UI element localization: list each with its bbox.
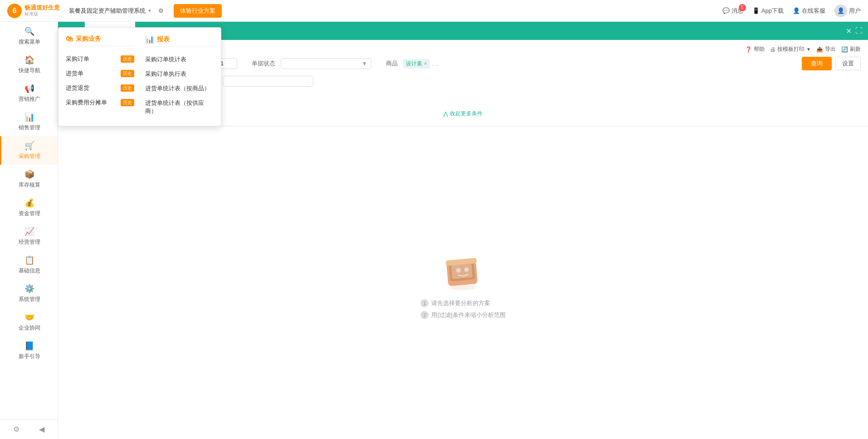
user-area[interactable]: 👤 用户 [834, 5, 861, 17]
sidebar-item-finance[interactable]: 💰 资金管理 [0, 193, 58, 222]
sales-icon: 📊 [24, 112, 34, 122]
sidebar-item-marketing[interactable]: 📢 营销推广 [0, 79, 58, 108]
print-btn[interactable]: 🖨 按模板打印 ▼ [770, 45, 811, 53]
product-tag-close[interactable]: × [424, 60, 427, 67]
finance-icon: 💰 [24, 198, 34, 208]
menu-item-order-stats[interactable]: 采购订单统计表 [145, 52, 214, 67]
help-btn[interactable]: ❓ 帮助 [745, 45, 765, 53]
sidebar-bottom: ⚙ ◀ [0, 419, 58, 439]
product-more[interactable]: ... [432, 60, 439, 67]
history-badge-0: 历史 [121, 55, 134, 63]
sidebar-collapse-btn[interactable]: ◀ [39, 425, 44, 434]
empty-step1: 1 请先选择要分析的方案 [420, 299, 505, 307]
top-bar: 6 畅通道好生意 标准版 装餐及固定资产辅助管理系统 ▼ ⚙ 体验行业方案 💬 … [0, 0, 868, 22]
menu-item-order-exec[interactable]: 采购订单执行表 [145, 67, 214, 81]
sidebar-item-search[interactable]: 🔍 搜索菜单 [0, 22, 58, 50]
industry-btn[interactable]: 体验行业方案 [174, 4, 222, 18]
message-badge: 5 [739, 4, 746, 11]
collapse-chevron-icon: ⋀ [444, 111, 448, 117]
purchase-business-section: 🛍 采购业务 采购订单 历史 进货单 历史 进货退货 历史 采购费用分摊单 历史 [66, 35, 134, 118]
reports-title: 📊 报表 [145, 35, 214, 47]
refresh-icon: 🔄 [841, 46, 848, 53]
settings-button[interactable]: 设置 [835, 57, 861, 70]
guide-icon: 📘 [24, 341, 34, 351]
query-button[interactable]: 查询 [802, 57, 832, 70]
product-filter: 设计素 × ... [403, 59, 439, 69]
logo-icon: 6 [7, 4, 22, 18]
inventory-icon: 📦 [24, 169, 34, 179]
empty-text: 1 请先选择要分析的方案 2 用[过滤]条件来缩小分析范围 [420, 299, 505, 319]
refresh-btn[interactable]: 🔄 刷新 [841, 45, 861, 53]
sidebar-settings-btn[interactable]: ⚙ [13, 425, 20, 434]
service-icon: 👤 [793, 7, 800, 14]
sidebar-item-guide[interactable]: 📘 新手引导 [0, 336, 58, 365]
salesperson-more: ... [305, 78, 309, 84]
step-2-num: 2 [420, 311, 429, 319]
product-label: 商品 [386, 59, 398, 68]
enterprise-icon: 🤝 [24, 312, 34, 322]
logo-text: 畅通道好生意 标准版 [24, 4, 60, 18]
logo-area: 6 畅通道好生意 标准版 [7, 4, 60, 18]
step-1-num: 1 [420, 299, 429, 307]
tab-bar-right: ✕ ⛶ [846, 27, 868, 35]
message-btn[interactable]: 💬 消息 5 [722, 7, 743, 15]
salesperson-select[interactable]: ... [223, 76, 313, 87]
logo-sub: 标准版 [24, 11, 60, 17]
sidebar-item-basic-info[interactable]: 📋 基础信息 [0, 251, 58, 279]
system-dropdown-arrow[interactable]: ▼ [147, 8, 152, 13]
empty-step2: 2 用[过滤]条件来缩小分析范围 [420, 311, 505, 319]
basic-info-icon: 📋 [24, 255, 34, 265]
sidebar-item-inventory[interactable]: 📦 库存核算 [0, 165, 58, 193]
menu-item-receipt-stats-supplier[interactable]: 进货单统计表（按供应商） [145, 96, 214, 118]
tab-fullscreen-icon[interactable]: ⛶ [855, 27, 863, 35]
menu-item-receipt-stats-product[interactable]: 进货单统计表（按商品） [145, 81, 214, 96]
sidebar-item-quick-nav[interactable]: 🏠 快捷导航 [0, 50, 58, 79]
main-content: 1 请先选择要分析的方案 2 用[过滤]条件来缩小分析范围 [58, 126, 868, 439]
menu-item-expense[interactable]: 采购费用分摊单 历史 [66, 95, 134, 110]
order-status-label: 单据状态 [252, 59, 275, 68]
tab-close-all-icon[interactable]: ✕ [846, 27, 852, 35]
settings-gear-button[interactable]: ⚙ [156, 5, 166, 16]
empty-svg-illustration [436, 247, 490, 292]
sidebar-item-system[interactable]: ⚙️ 系统管理 [0, 279, 58, 308]
sidebar-item-enterprise[interactable]: 🤝 企业协同 [0, 308, 58, 336]
menu-item-receipt[interactable]: 进货单 历史 [66, 66, 134, 81]
app-download-btn[interactable]: 📱 App下载 [752, 7, 784, 15]
online-service-btn[interactable]: 👤 在线客服 [793, 7, 825, 15]
action-btns: 查询 设置 [802, 57, 861, 70]
reports-section: 📊 报表 采购订单统计表 采购订单执行表 进货单统计表（按商品） 进货单统计表（… [145, 35, 214, 118]
history-badge-2: 历史 [121, 84, 134, 92]
logo-main: 畅通道好生意 [24, 4, 60, 11]
print-icon: 🖨 [770, 46, 775, 53]
sidebar-item-operations[interactable]: 📈 经营管理 [0, 222, 58, 251]
empty-state: 1 请先选择要分析的方案 2 用[过滤]条件来缩小分析范围 [420, 247, 505, 319]
mobile-icon: 📱 [752, 7, 760, 14]
menu-item-return[interactable]: 进货退货 历史 [66, 81, 134, 95]
user-avatar: 👤 [834, 5, 847, 17]
system-title-text: 装餐及固定资产辅助管理系统 [69, 7, 146, 15]
collapse-button[interactable]: ⋀ 收起更多条件 [444, 110, 483, 118]
history-badge-3: 历史 [121, 99, 134, 106]
sidebar-item-sales[interactable]: 📊 销售管理 [0, 108, 58, 136]
reports-section-icon: 📊 [145, 35, 154, 44]
export-btn[interactable]: 📤 导出 [816, 45, 836, 53]
message-icon: 💬 [722, 7, 730, 14]
print-dropdown-icon[interactable]: ▼ [806, 47, 811, 52]
top-bar-right: 💬 消息 5 📱 App下载 👤 在线客服 👤 用户 [722, 5, 861, 17]
history-badge-1: 历史 [121, 70, 134, 77]
help-icon: ❓ [745, 46, 752, 53]
sidebar-item-purchase[interactable]: 🛒 采购管理 [0, 136, 58, 165]
system-title: 装餐及固定资产辅助管理系统 ▼ [69, 7, 152, 15]
home-icon: 🏠 [24, 55, 34, 65]
order-status-select[interactable]: ▼ [281, 58, 371, 69]
menu-item-purchase-order[interactable]: 采购订单 历史 [66, 52, 134, 66]
operations-icon: 📈 [24, 227, 34, 237]
product-tag: 设计素 × [403, 59, 430, 69]
toolbar-right: ❓ 帮助 🖨 按模板打印 ▼ 📤 导出 🔄 [745, 45, 861, 53]
marketing-icon: 📢 [24, 84, 34, 94]
purchase-dropdown-menu: 🛍 采购业务 采购订单 历史 进货单 历史 进货退货 历史 采购费用分摊单 历史… [58, 27, 221, 126]
purchase-icon: 🛒 [24, 141, 34, 151]
purchase-section-icon: 🛍 [66, 35, 73, 43]
export-icon: 📤 [816, 46, 823, 53]
order-status-chevron: ▼ [362, 60, 367, 67]
